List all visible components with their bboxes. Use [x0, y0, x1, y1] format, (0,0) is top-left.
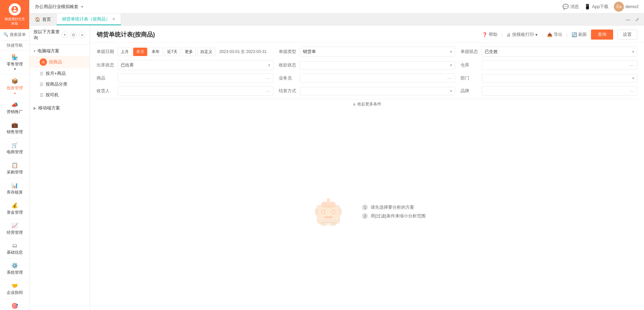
tab-controls: — ⤢ [624, 15, 644, 23]
refresh-label: 刷新 [578, 32, 587, 38]
sidebar-item-purchase[interactable]: 📋 采购管理 [0, 159, 29, 179]
sidebar-item-management[interactable]: 📈 经营管理 [0, 219, 29, 239]
company-dropdown[interactable]: ▾ [81, 4, 83, 9]
collapse-up-icon: ∧ [353, 102, 356, 107]
panel-header: 按以下方案查询 + ⊙ « [30, 25, 90, 45]
wholesale-icon: 📦 [11, 78, 18, 84]
topbar-right: 💬 消息 📱 App下载 Ea demo2 [562, 2, 639, 12]
query-button[interactable]: 查询 [591, 30, 613, 40]
doc-type-group: 单据类型 销货单 ▾ [279, 47, 455, 57]
staff-label: 业务员 [279, 75, 297, 81]
sidebar-item-finance[interactable]: 💰 资金管理 [0, 199, 29, 219]
empty-tips: 1 请先选择要分析的方案 2 用[过滤]条件来缩小分析范围 [362, 204, 425, 219]
desktop-section-header[interactable]: ▾ 电脑端方案 [30, 46, 90, 56]
page-header: 销货单统计表(按商品) ❓ 帮助 | 🖨 按模板打印 ▾ | 📤 [90, 25, 644, 43]
staff-input[interactable]: ··· [300, 73, 455, 83]
user-profile[interactable]: Ea demo2 [614, 2, 639, 12]
mobile-section: ▶ 移动端方案 [30, 102, 90, 114]
sidebar-item-collab[interactable]: 🤝 企业协同 [0, 279, 29, 299]
settings-scheme-btn[interactable]: ⊙ [70, 32, 77, 38]
date-btn-7days[interactable]: 近7天 [164, 48, 180, 56]
tab-home-label: 首页 [42, 16, 51, 22]
quick-nav-label: 快捷导航 [7, 43, 23, 48]
sidebar-item-basic[interactable]: 🗂 基础信息 [0, 239, 29, 259]
sidebar-item-ecommerce[interactable]: 🛒 电商管理 [0, 139, 29, 159]
date-btn-last-month[interactable]: 上月 [118, 48, 132, 56]
date-quick-btns: 上月 本月 本年 近7天 更多 自定义 2023-03-01 至 2023-03… [118, 48, 267, 56]
brand-group: 品牌 ··· [461, 86, 637, 96]
sidebar-item-retail[interactable]: 🏪 零售管理 ▾ [0, 51, 29, 74]
tab-home[interactable]: 🏠 首页 [30, 13, 57, 25]
panel-actions: + ⊙ « [61, 32, 86, 38]
avatar: Ea [614, 2, 624, 12]
mobile-section-header[interactable]: ▶ 移动端方案 [30, 103, 90, 113]
sidebar-item-marketing[interactable]: 📣 营销推广 [0, 98, 29, 118]
finance-icon: 💰 [11, 202, 18, 209]
sidebar-purchase-label: 采购管理 [7, 169, 23, 175]
warehouse-label: 仓库 [461, 62, 479, 68]
doc-status-select[interactable]: 已生效 ▾ [482, 47, 637, 57]
collect-status-group: 收款状态 ▾ [279, 61, 455, 69]
date-btn-this-year[interactable]: 本年 [149, 48, 163, 56]
sidebar-item-guide[interactable]: 🎯 新手引导 [0, 299, 29, 310]
warehouse-input[interactable]: ··· [482, 60, 637, 70]
sidebar-item-sales[interactable]: 💼 销售管理 [0, 118, 29, 139]
collapse-bar[interactable]: ∧ 收起更多条件 [97, 99, 637, 109]
collapse-icon: « [81, 33, 84, 37]
scheme-by-driver[interactable]: ☰ 按司机 [30, 90, 90, 100]
print-btn[interactable]: 🖨 按模板打印 ▾ [506, 32, 538, 38]
goods-input[interactable]: ··· [118, 73, 273, 83]
dept-select[interactable]: ▾ [482, 74, 637, 83]
retail-arrow: ▾ [14, 67, 16, 71]
maximize-btn[interactable]: ⤢ [633, 15, 641, 23]
home-icon: 🏠 [35, 17, 40, 22]
refresh-btn[interactable]: 🔄 刷新 [572, 32, 587, 38]
doc-type-select[interactable]: 销货单 ▾ [300, 47, 455, 57]
collect-status-select[interactable]: ▾ [300, 61, 455, 69]
doc-status-value: 已生效 [485, 49, 498, 55]
maximize-icon: ⤢ [635, 17, 639, 22]
receiver-group: 收货人 ··· [97, 86, 273, 96]
settle-select[interactable]: ▾ [300, 87, 455, 95]
tab-sales-stat[interactable]: 销货单统计表（按商品） ✕ [57, 13, 121, 25]
dept-arrow: ▾ [632, 76, 634, 81]
settings-button[interactable]: 设置 [617, 30, 637, 40]
sidebar-item-inventory[interactable]: 📊 库存核算 [0, 179, 29, 199]
minimize-btn[interactable]: — [624, 15, 632, 23]
out-status-arrow: ▾ [268, 63, 270, 67]
out-status-select[interactable]: 已出库 ▾ [118, 60, 273, 70]
tab-close-btn[interactable]: ✕ [112, 17, 115, 21]
search-menu[interactable]: 🔍 搜索菜单 [0, 29, 29, 41]
brand-dots: ··· [629, 88, 634, 94]
doc-type-arrow: ▾ [450, 50, 452, 54]
empty-state: 1 请先选择要分析的方案 2 用[过滤]条件来缩小分析范围 [90, 113, 644, 310]
warehouse-group: 仓库 ··· [461, 60, 637, 70]
add-scheme-btn[interactable]: + [61, 32, 68, 38]
date-btn-this-month[interactable]: 本月 [133, 48, 147, 56]
minimize-icon: — [626, 17, 630, 22]
logo: 畅捷通好生意 标版 [0, 0, 30, 29]
add-icon: + [63, 33, 66, 37]
quick-nav[interactable]: 快捷导航 [0, 41, 29, 51]
scheme-by-category[interactable]: ☰ 按商品分类 [30, 79, 90, 90]
sidebar-management-label: 经营管理 [7, 230, 23, 236]
main-area: 办公用品行业模拟账套 ▾ 💬 消息 📱 App下载 Ea demo2 🏠 首页 [30, 0, 644, 310]
app-download-btn[interactable]: 📱 App下载 [584, 4, 608, 10]
message-btn[interactable]: 💬 消息 [562, 4, 579, 10]
svg-rect-8 [315, 208, 318, 215]
date-btn-custom[interactable]: 自定义 [197, 48, 215, 56]
scheme-by-month-goods[interactable]: ☰ 按月+商品 [30, 68, 90, 79]
app-download-label: App下载 [592, 4, 608, 10]
collapse-panel-btn[interactable]: « [79, 32, 86, 38]
brand-input[interactable]: ··· [482, 86, 637, 96]
panel-title: 按以下方案查询 [34, 29, 61, 41]
sidebar-item-system[interactable]: ⚙️ 系统管理 [0, 259, 29, 279]
tip-num-1: 1 [362, 204, 368, 210]
help-btn[interactable]: ❓ 帮助 [482, 32, 497, 38]
sidebar-item-wholesale[interactable]: 📦 批发管理 ▴ [0, 74, 29, 98]
warehouse-dots: ··· [629, 62, 634, 68]
date-btn-more[interactable]: 更多 [182, 48, 196, 56]
export-btn[interactable]: 📤 导出 [547, 32, 562, 38]
receiver-input[interactable]: ··· [118, 86, 273, 96]
scheme-by-goods[interactable]: 按 按商品 [30, 56, 90, 68]
